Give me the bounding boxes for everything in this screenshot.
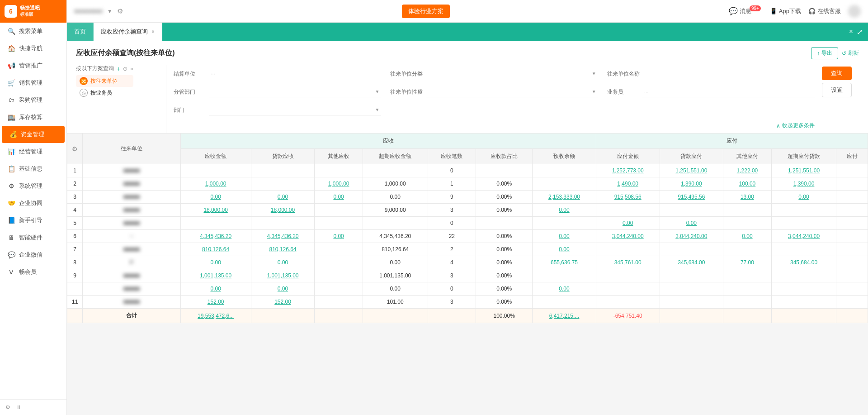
table-cell[interactable]: 4,345,436.20 [180, 230, 251, 243]
table-cell[interactable]: 1,001,135.00 [251, 269, 315, 282]
table-cell[interactable]: 1,251,551.00 [660, 164, 723, 177]
sidebar-item-hardware[interactable]: 🖥 智能硬件 [0, 229, 66, 246]
table-row: 5■■■■■00.000.00 [67, 217, 868, 230]
table-cell[interactable]: 0.00 [533, 230, 596, 243]
table-cell[interactable]: 4,345,436.20 [251, 230, 315, 243]
sidebar-item-collab[interactable]: 🤝 企业协同 [0, 195, 66, 212]
table-cell[interactable]: 0.00 [180, 191, 251, 204]
table-cell[interactable]: 810,126.64 [251, 243, 315, 256]
table-cell[interactable]: 345,684.00 [660, 256, 723, 269]
table-cell[interactable]: 0.00 [251, 282, 315, 296]
add-filter-button[interactable]: + [117, 65, 120, 72]
table-cell[interactable]: 1,252,773.00 [596, 164, 660, 177]
table-cell[interactable]: 1,390.00 [660, 177, 723, 191]
table-cell[interactable]: 0.00 [533, 282, 596, 296]
table-cell[interactable]: 1,222.00 [723, 164, 772, 177]
table-cell[interactable]: 0.00 [251, 191, 315, 204]
sidebar-item-guide[interactable]: 📘 新手引导 [0, 212, 66, 229]
collapse-filter-icon[interactable]: « [130, 66, 133, 72]
service-link[interactable]: 🎧 在线客服 [808, 7, 841, 15]
table-cell[interactable]: 655,636.75 [533, 256, 596, 269]
filter-input-salesperson[interactable]: ··· [642, 86, 815, 97]
settings-icon[interactable]: ⚙ [5, 404, 10, 410]
table-cell[interactable]: 3,044,240.00 [660, 230, 723, 243]
filter-option-salesperson[interactable]: ◷ 按业务员 [76, 87, 133, 99]
filter-input-dept[interactable]: ▼ [209, 86, 381, 97]
table-cell[interactable]: 3,044,240.00 [771, 230, 836, 243]
sidebar-item-operation[interactable]: 📊 经营管理 [0, 143, 66, 160]
tab-expand-button[interactable]: ⤢ [857, 28, 863, 36]
table-cell[interactable]: 3,044,240.00 [596, 230, 660, 243]
table-cell[interactable]: 18,000.00 [251, 204, 315, 217]
table-cell[interactable]: 1,390.00 [771, 177, 836, 191]
table-cell[interactable]: 152.00 [251, 296, 315, 309]
promo-button[interactable]: 体验行业方案 [402, 5, 450, 18]
table-cell[interactable]: 1,000.00 [180, 177, 251, 191]
table-cell[interactable]: 0.00 [251, 256, 315, 269]
filter-option-partner[interactable]: 🔀 按往来单位 [76, 75, 133, 87]
export-button[interactable]: ↑ 导出 [811, 47, 838, 59]
table-cell[interactable]: 345,761.00 [596, 256, 660, 269]
query-button[interactable]: 查询 [822, 67, 852, 80]
table-cell[interactable]: 1,251,551.00 [771, 164, 836, 177]
table-cell[interactable]: 1,490.00 [596, 177, 660, 191]
service-label: 在线客服 [817, 7, 841, 15]
app-download[interactable]: 📱 App下载 [770, 7, 801, 15]
table-cell[interactable]: 0.00 [596, 217, 660, 230]
sidebar-item-system[interactable]: ⚙ 系统管理 [0, 177, 66, 195]
collapse-arrow-icon[interactable]: ⏸ [16, 404, 21, 410]
sidebar-item-label: 基础信息 [19, 165, 42, 173]
sidebar-item-member[interactable]: Ⅴ 畅会员 [0, 263, 66, 281]
table-cell[interactable]: 810,126.64 [180, 243, 251, 256]
table-cell[interactable]: 100.00 [723, 177, 772, 191]
table-cell[interactable]: 0.00 [180, 256, 251, 269]
table-cell[interactable]: 152.00 [180, 296, 251, 309]
tab-close-button[interactable]: × [849, 28, 853, 36]
gear-icon[interactable]: ⚙ [117, 7, 123, 15]
filter-input-partner-category[interactable]: ▼ [426, 68, 598, 79]
sidebar-item-inventory[interactable]: 🏬 库存核算 [0, 109, 66, 126]
sidebar-item-finance[interactable]: 💰 资金管理 [2, 126, 65, 143]
table-cell[interactable]: 1,000.00 [315, 177, 363, 191]
table-cell[interactable]: 0.00 [315, 230, 363, 243]
tab-receivable[interactable]: 应收应付余额查询 × [94, 23, 162, 41]
collapse-filter-button[interactable]: ∧ 收起更多条件 [776, 122, 815, 129]
tab-home[interactable]: 首页 [67, 23, 94, 41]
table-cell[interactable]: 0.00 [533, 204, 596, 217]
table-cell[interactable]: 345,684.00 [771, 256, 836, 269]
table-cell[interactable]: 0.00 [315, 191, 363, 204]
filter-input-partner-name[interactable] [643, 68, 815, 79]
filter-input-partner-nature[interactable]: ▼ [426, 86, 598, 97]
table-cell[interactable]: 0.00 [771, 191, 836, 204]
filter-label-partner-category: 往来单位分类 [390, 70, 423, 78]
tab-close-icon[interactable]: × [151, 29, 155, 35]
table-cell[interactable]: 915,495.56 [660, 191, 723, 204]
setting-button[interactable]: 设置 [822, 83, 852, 97]
sidebar-item-sales[interactable]: 🛒 销售管理 [0, 74, 66, 91]
table-settings-icon[interactable]: ⚙ [72, 145, 78, 153]
filter-input-dept2[interactable]: ▼ [209, 105, 381, 115]
settings-filter-icon[interactable]: ⊙ [123, 66, 127, 72]
refresh-button[interactable]: ↺ 刷新 [842, 47, 859, 59]
sidebar-item-basic[interactable]: 📋 基础信息 [0, 160, 66, 177]
table-cell[interactable]: 1,001,135.00 [180, 269, 251, 282]
table-cell[interactable]: 77.00 [723, 256, 772, 269]
table-cell[interactable]: 0.00 [180, 282, 251, 296]
sidebar-item-wechat[interactable]: 💬 企业微信 [0, 246, 66, 263]
table-cell[interactable]: 18,000.00 [180, 204, 251, 217]
filter-input-settlement[interactable]: ··· [209, 68, 381, 79]
dropdown-icon[interactable]: ▼ [107, 8, 113, 14]
table-cell[interactable]: 2,153,333.00 [533, 191, 596, 204]
sidebar-item-nav[interactable]: 🏠 快捷导航 [0, 40, 66, 57]
sidebar-item-search[interactable]: 🔍 搜索菜单 [0, 23, 66, 40]
filter-option-salesperson-label: 按业务员 [90, 89, 112, 97]
table-cell[interactable]: 13.00 [723, 191, 772, 204]
table-cell[interactable]: 0.00 [533, 243, 596, 256]
user-avatar[interactable] [848, 5, 861, 18]
message-group[interactable]: 💬 消息 99+ [729, 7, 763, 15]
table-cell[interactable]: 0.00 [660, 217, 723, 230]
sidebar-item-marketing[interactable]: 📢 营销推广 [0, 57, 66, 74]
table-cell[interactable]: 0.00 [723, 230, 772, 243]
sidebar-item-purchase[interactable]: 🗂 采购管理 [0, 91, 66, 109]
table-cell[interactable]: 915,508.56 [596, 191, 660, 204]
